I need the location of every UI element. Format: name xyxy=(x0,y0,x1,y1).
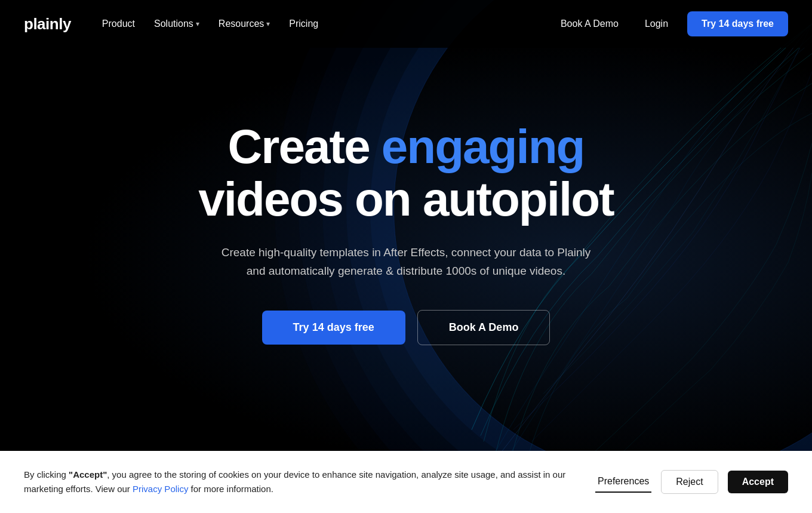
nav-links: Product Solutions ▾ Resources ▾ Pricing xyxy=(95,14,325,34)
accept-button[interactable]: Accept xyxy=(728,471,788,493)
privacy-policy-link[interactable]: Privacy Policy xyxy=(133,484,188,494)
resources-chevron-icon: ▾ xyxy=(266,20,270,28)
book-demo-nav-button[interactable]: Book A Demo xyxy=(553,14,626,34)
nav-left: plainly Product Solutions ▾ Resources ▾ … xyxy=(24,14,325,34)
cookie-text: By clicking "Accept", you agree to the s… xyxy=(24,468,571,496)
try-free-nav-button[interactable]: Try 14 days free xyxy=(687,11,788,36)
nav-right: Book A Demo Login Try 14 days free xyxy=(553,11,788,36)
nav-solutions[interactable]: Solutions ▾ xyxy=(147,14,207,34)
preferences-button[interactable]: Preferences xyxy=(595,471,651,493)
solutions-chevron-icon: ▾ xyxy=(196,20,199,28)
try-free-hero-button[interactable]: Try 14 days free xyxy=(262,311,405,345)
nav-pricing[interactable]: Pricing xyxy=(282,14,325,34)
book-demo-hero-button[interactable]: Book A Demo xyxy=(417,310,550,345)
nav-product[interactable]: Product xyxy=(95,14,142,34)
login-button[interactable]: Login xyxy=(638,14,675,34)
cookie-actions: Preferences Reject Accept xyxy=(595,470,788,494)
hero-title: Create engaging videos on autopilot xyxy=(198,121,613,226)
nav-resources[interactable]: Resources ▾ xyxy=(211,14,277,34)
hero-subtitle: Create high-quality templates in After E… xyxy=(222,244,591,280)
navbar: plainly Product Solutions ▾ Resources ▾ … xyxy=(0,0,812,48)
hero-buttons: Try 14 days free Book A Demo xyxy=(262,310,550,345)
cookie-banner: By clicking "Accept", you agree to the s… xyxy=(0,451,812,513)
reject-button[interactable]: Reject xyxy=(661,470,718,494)
hero-section: Create engaging videos on autopilot Crea… xyxy=(0,48,812,418)
logo[interactable]: plainly xyxy=(24,15,71,33)
